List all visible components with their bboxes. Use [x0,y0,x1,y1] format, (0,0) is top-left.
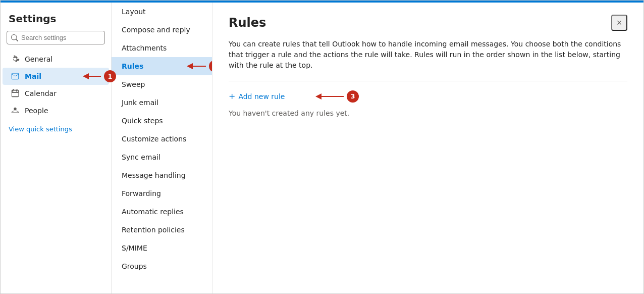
annotation-arrow-1 [82,71,102,81]
sidebar-item-people[interactable]: People [3,102,109,119]
middle-item-layout[interactable]: Layout [112,3,212,21]
annotation-badge-2: 2 [209,60,212,72]
no-rules-text: You haven't created any rules yet. [229,109,627,117]
sidebar-item-general-label: General [25,55,52,63]
app-title: Settings [1,9,111,31]
middle-item-rules[interactable]: Rules 2 [112,57,212,75]
divider [229,81,627,81]
gear-icon [11,55,20,64]
main-content: Rules × You can create rules that tell O… [212,3,643,293]
search-icon [11,34,18,41]
sidebar-item-calendar-label: Calendar [25,89,57,97]
search-box[interactable] [7,31,105,44]
sidebar-item-people-label: People [25,107,48,115]
middle-panel: Layout Compose and reply Attachments Rul… [112,3,212,293]
mail-icon [11,72,20,81]
sidebar-item-mail[interactable]: Mail 1 [3,68,109,85]
people-icon [11,106,20,115]
middle-item-quick-steps[interactable]: Quick steps [112,112,212,130]
sidebar: Settings General Mail [1,3,112,293]
middle-item-customize-actions[interactable]: Customize actions [112,130,212,148]
middle-item-groups[interactable]: Groups [112,257,212,275]
sidebar-item-general[interactable]: General [3,51,109,68]
middle-item-forwarding[interactable]: Forwarding [112,184,212,203]
middle-item-sweep[interactable]: Sweep [112,75,212,93]
view-quick-settings-link[interactable]: View quick settings [1,121,111,137]
main-layout: Settings General Mail [1,3,643,293]
add-new-rule-button[interactable]: + Add new rule [229,89,285,103]
middle-item-message-handling[interactable]: Message handling [112,166,212,184]
middle-item-sync-email[interactable]: Sync email [112,148,212,166]
page-title: Rules [229,16,266,30]
sidebar-item-mail-label: Mail [25,72,41,80]
plus-icon: + [229,91,235,101]
middle-item-junk-email[interactable]: Junk email [112,93,212,112]
middle-item-retention-policies[interactable]: Retention policies [112,221,212,239]
calendar-icon [11,89,20,98]
close-button[interactable]: × [611,15,627,31]
annotation-badge-3: 3 [347,90,359,103]
middle-item-attachments[interactable]: Attachments [112,39,212,57]
add-rule-label: Add new rule [238,92,285,101]
content-description: You can create rules that tell Outlook h… [229,39,627,71]
annotation-arrow-2 [186,61,207,71]
content-header: Rules × [229,15,627,31]
search-input[interactable] [21,34,100,41]
annotation-arrow-3 [314,91,345,102]
middle-item-smime[interactable]: S/MIME [112,239,212,257]
middle-item-automatic-replies[interactable]: Automatic replies [112,203,212,221]
middle-item-compose-reply[interactable]: Compose and reply [112,21,212,39]
add-rule-container: + Add new rule 3 [229,89,285,103]
sidebar-item-calendar[interactable]: Calendar [3,85,109,102]
